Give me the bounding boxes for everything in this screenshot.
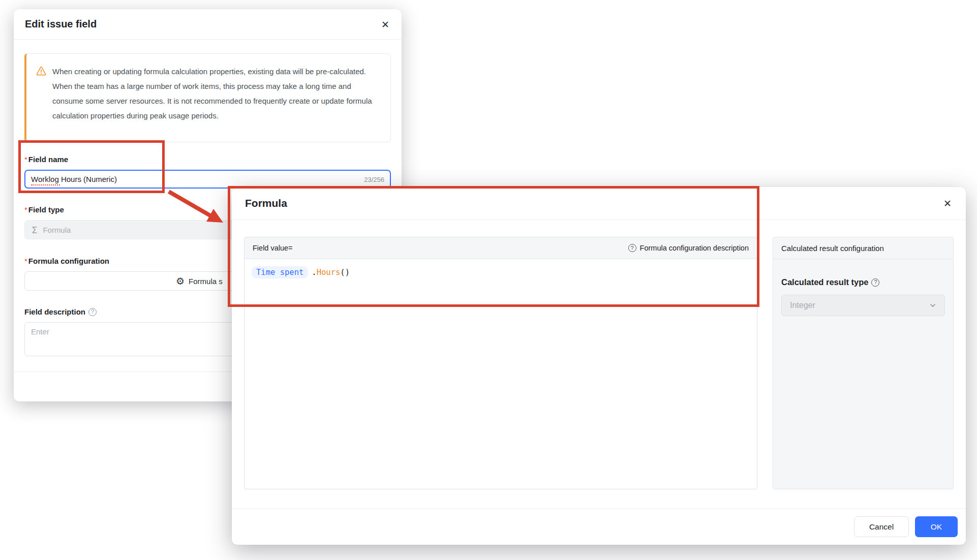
close-icon[interactable]: ✕ xyxy=(381,19,389,29)
formula-editor-header: Field value= ? Formula configuration des… xyxy=(245,237,757,259)
required-asterisk: * xyxy=(24,155,27,164)
method-token-hours: Hours xyxy=(317,268,341,277)
parens-token: () xyxy=(340,268,350,277)
field-token-time-spent: Time spent xyxy=(252,266,308,278)
field-name-label: * Field name xyxy=(24,155,391,164)
required-asterisk: * xyxy=(24,205,27,214)
formula-editor-panel: Field value= ? Formula configuration des… xyxy=(244,237,757,489)
cancel-button[interactable]: Cancel xyxy=(854,516,909,537)
field-type-value: Formula xyxy=(43,226,71,234)
warning-banner: When creating or updating formula calcul… xyxy=(24,53,391,142)
field-name-input[interactable] xyxy=(24,170,391,189)
formula-code-line: Time spent .Hours() xyxy=(252,266,750,278)
result-type-select: Integer xyxy=(781,295,945,316)
gear-icon: ⚙ xyxy=(176,276,185,286)
formula-modal-footer: Cancel OK xyxy=(232,508,966,545)
required-asterisk: * xyxy=(24,257,27,265)
close-icon[interactable]: ✕ xyxy=(943,199,952,208)
calculated-result-type-label: Calculated result type ? xyxy=(781,277,945,287)
edit-modal-title: Edit issue field xyxy=(25,18,97,30)
formula-modal-body: Field value= ? Formula configuration des… xyxy=(232,220,966,489)
spellcheck-underline xyxy=(31,183,60,185)
help-icon[interactable]: ? xyxy=(88,308,97,316)
warning-text: When creating or updating formula calcul… xyxy=(52,64,381,142)
formula-modal: Formula ✕ Field value= ? Formula configu… xyxy=(232,187,966,545)
dot-token: . xyxy=(312,268,316,277)
field-name-input-wrap: 23/256 xyxy=(24,170,391,189)
help-icon: ? xyxy=(628,244,636,252)
formula-code-editor[interactable]: Time spent .Hours() xyxy=(245,259,757,489)
formula-modal-header: Formula ✕ xyxy=(232,187,966,220)
help-icon[interactable]: ? xyxy=(871,278,879,287)
ok-button[interactable]: OK xyxy=(915,516,958,537)
calculated-result-header: Calculated result configuration xyxy=(773,237,953,259)
chevron-down-icon xyxy=(929,302,936,309)
result-type-value: Integer xyxy=(790,301,815,310)
edit-modal-header: Edit issue field ✕ xyxy=(14,9,402,40)
char-counter: 23/256 xyxy=(364,175,384,183)
formula-settings-button-label: Formula s xyxy=(189,277,223,286)
warning-triangle-icon xyxy=(36,66,47,77)
sigma-icon: Σ xyxy=(32,225,37,235)
formula-modal-title: Formula xyxy=(245,197,287,209)
field-value-label: Field value= xyxy=(253,244,293,252)
screenshot-stage: Edit issue field ✕ When creating or upda… xyxy=(0,0,977,560)
formula-configuration-description-link[interactable]: ? Formula configuration description xyxy=(628,244,749,252)
calculated-result-panel: Calculated result configuration Calculat… xyxy=(773,237,954,489)
